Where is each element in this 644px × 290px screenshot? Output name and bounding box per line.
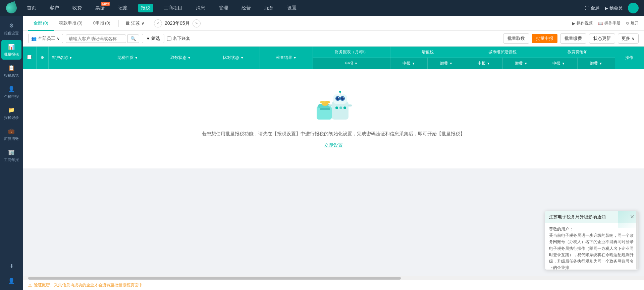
- nav-customer[interactable]: 客户: [47, 4, 62, 12]
- scrollbar-thumb[interactable]: [28, 277, 401, 280]
- nav-accounting[interactable]: 记账: [115, 4, 130, 12]
- svg-point-4: [325, 101, 330, 103]
- sidebar-item-batch-tax[interactable]: 📊 批量报税: [1, 40, 21, 60]
- sidebar-item-download[interactable]: ⬇: [1, 259, 21, 273]
- search-input[interactable]: [66, 34, 126, 43]
- nav-invoice[interactable]: 票据 NEW: [93, 4, 107, 12]
- taxtype-filter-icon[interactable]: ▼: [135, 56, 138, 60]
- settlement-icon: 💼: [7, 127, 15, 135]
- city-pay-filter-icon[interactable]: ▼: [524, 62, 528, 65]
- tab-zero-declare[interactable]: 0申报 (0): [88, 16, 116, 31]
- tab-region[interactable]: 🏛 江苏 ∨: [121, 16, 149, 31]
- setup-link[interactable]: 立即设置: [324, 142, 343, 148]
- col-edu-tax: 教育费附加: [540, 47, 615, 58]
- member-icon: ▶: [605, 6, 608, 11]
- sidebar-item-annual-report[interactable]: 🏢 工商年报: [1, 145, 21, 165]
- bottom-bar: ⚠ 验证账密、采集信息均成功的企业才会流转至批量报税页面中: [23, 280, 644, 290]
- vat-pay-filter-icon[interactable]: ▼: [449, 62, 452, 65]
- empty-state: 若您想使用批量报税功能，请先在【报税设置】中进行报税的初始化设置，完成密码验证和…: [23, 69, 644, 168]
- more-button[interactable]: 更多 ∨: [618, 33, 639, 44]
- horizontal-scrollbar[interactable]: [23, 276, 644, 280]
- batch-pay-button[interactable]: 批量缴费: [560, 33, 586, 44]
- bottom-bar-message: 验证账密、采集信息均成功的企业才会流转至批量报税页面中: [34, 282, 143, 288]
- svg-rect-2: [320, 108, 330, 110]
- edu-declare-filter-icon[interactable]: ▼: [561, 62, 565, 65]
- svg-rect-6: [332, 101, 348, 120]
- member-button[interactable]: ▶ 畅会员: [605, 5, 623, 11]
- sidebar-item-tax-records[interactable]: 📁 报税记录: [1, 103, 21, 123]
- batch-fetch-button[interactable]: 批量取数: [503, 33, 529, 44]
- tab-bar-middle: ＜ 2023年05月 ＞: [154, 19, 201, 27]
- notif-body: 尊敬的用户： 受当前电子税务局进一步升级的影响，同一个政务网账号（办税人）名下的…: [545, 223, 638, 270]
- operation-video-button[interactable]: ▶ 操作视频: [572, 20, 593, 26]
- select-all-checkbox[interactable]: [27, 55, 32, 59]
- prev-date-button[interactable]: ＜: [154, 19, 162, 27]
- sidebar-item-personal-tax[interactable]: 👤 个税申报: [1, 82, 21, 102]
- logo[interactable]: [5, 2, 17, 14]
- tab-tax-declare[interactable]: 税款申报 (0): [54, 16, 88, 31]
- personal-tax-icon: 👤: [7, 85, 15, 93]
- svg-point-17: [339, 106, 342, 109]
- svg-point-13: [342, 97, 343, 98]
- fullscreen-button[interactable]: ⛶ 全屏: [585, 5, 599, 11]
- fetchstatus-filter-icon[interactable]: ▼: [187, 56, 191, 60]
- comparestatus-filter-icon[interactable]: ▼: [240, 56, 244, 60]
- notif-decoration: [618, 211, 638, 228]
- fin-declare-filter-icon[interactable]: ▼: [355, 62, 358, 65]
- tab-bar-right: ▶ 操作视频 📖 操作手册 ↻ 展开: [572, 20, 639, 26]
- tax-records-icon: 📁: [7, 106, 15, 114]
- notif-scrollbar[interactable]: [636, 211, 638, 270]
- svg-rect-7: [333, 94, 347, 104]
- tab-bar-left: 全部 (0) 税款申报 (0) 0申报 (0): [28, 16, 116, 31]
- nav-home[interactable]: 首页: [24, 4, 39, 12]
- account-checkbox[interactable]: [167, 37, 171, 41]
- nav-tax[interactable]: 报税: [138, 4, 153, 12]
- operation-manual-button[interactable]: 📖 操作手册: [598, 20, 621, 26]
- tab-all[interactable]: 全部 (0): [28, 16, 54, 31]
- col-city-declare: 申报 ▼: [465, 58, 503, 69]
- filter-button[interactable]: ▼ 筛选: [142, 34, 164, 43]
- col-customer: 客户名称 ▼: [48, 47, 101, 69]
- next-date-button[interactable]: ＞: [193, 19, 201, 27]
- edu-pay-filter-icon[interactable]: ▼: [599, 62, 602, 65]
- checkbox-label[interactable]: 名下账套: [167, 35, 190, 42]
- top-nav: 首页 客户 收费 票据 NEW 记账 报税 工商项目 消息 管理 经营 服务 设…: [0, 0, 644, 16]
- notif-title: 江苏电子税务局升级影响通知: [549, 214, 606, 220]
- settings-icon[interactable]: ⚙: [41, 55, 44, 60]
- new-badge: NEW: [101, 2, 110, 6]
- batch-declare-button[interactable]: 批量申报: [532, 34, 557, 43]
- download-icon: ⬇: [7, 262, 15, 270]
- nav-operation[interactable]: 经营: [239, 4, 254, 12]
- avatar[interactable]: [628, 3, 639, 13]
- col-edu-declare: 申报 ▼: [540, 58, 578, 69]
- status-update-button[interactable]: 状态更新: [589, 33, 615, 44]
- sidebar-item-tax-settings[interactable]: ⚙ 报税设置: [1, 19, 21, 39]
- search-button[interactable]: 🔍: [127, 34, 139, 43]
- nav-settings[interactable]: 设置: [284, 4, 299, 12]
- svg-point-12: [338, 97, 339, 98]
- nav-fee[interactable]: 收费: [70, 4, 85, 12]
- nav-message[interactable]: 消息: [193, 4, 208, 12]
- robot-svg: [313, 89, 354, 123]
- svg-point-5: [320, 101, 325, 103]
- robot-illustration: [313, 89, 354, 123]
- employee-select[interactable]: 👥 全部员工 ∨: [28, 34, 63, 43]
- sidebar-item-tax-overview[interactable]: 📋 报税总览: [1, 61, 21, 81]
- sidebar-item-settlement[interactable]: 💼 汇算清缴: [1, 124, 21, 144]
- customer-filter-icon[interactable]: ▼: [69, 56, 72, 60]
- top-nav-right: ⛶ 全屏 ▶ 畅会员: [585, 3, 639, 13]
- vat-declare-filter-icon[interactable]: ▼: [412, 62, 415, 65]
- nav-service[interactable]: 服务: [262, 4, 276, 12]
- city-declare-filter-icon[interactable]: ▼: [487, 62, 490, 65]
- col-financial-declare: 申报 ▼: [313, 58, 390, 69]
- warning-icon: ⚠: [28, 283, 32, 288]
- nav-commerce[interactable]: 工商项目: [161, 4, 185, 12]
- sidebar-item-user[interactable]: 👤: [1, 274, 21, 287]
- sidebar: ⚙ 报税设置 📊 批量报税 📋 报税总览 👤 个税申报 📁 报税记录 💼 汇算清…: [0, 16, 23, 290]
- user-icon: 👤: [7, 277, 15, 285]
- expand-button[interactable]: ↻ 展开: [626, 20, 639, 26]
- nav-manage[interactable]: 管理: [216, 4, 231, 12]
- region-icon: 🏛: [125, 21, 130, 26]
- video-icon: ▶: [572, 21, 575, 26]
- checkresult-filter-icon[interactable]: ▼: [293, 56, 297, 60]
